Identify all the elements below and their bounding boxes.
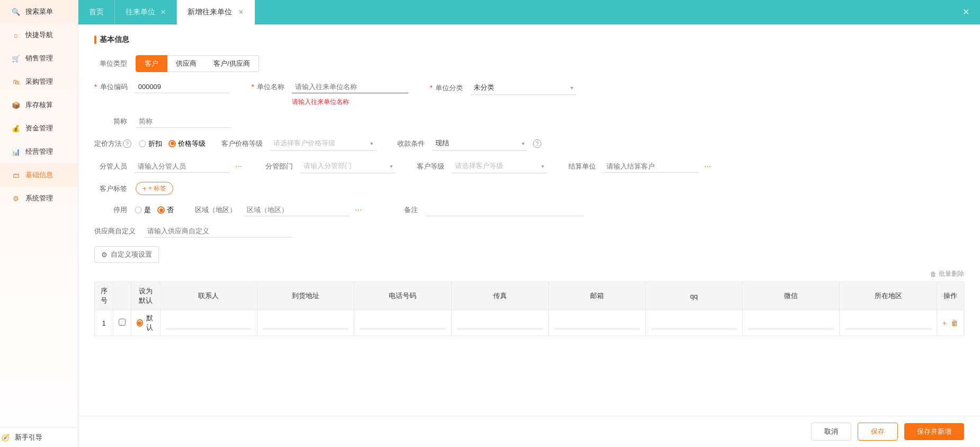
unit-category-select[interactable]: 未分类 ▾ <box>470 81 576 95</box>
disabled-no-radio[interactable] <box>157 206 165 214</box>
cell-seq: 1 <box>95 310 113 336</box>
region-input-cell[interactable] <box>845 317 931 329</box>
sidebar-item-purchase[interactable]: 🛍 采购管理 <box>0 70 78 93</box>
fax-input[interactable] <box>457 317 543 329</box>
sidebar-item-operations[interactable]: 📊 经营管理 <box>0 140 78 163</box>
topbar-close-button[interactable]: ✕ <box>963 7 969 17</box>
region-input[interactable] <box>244 204 350 216</box>
unit-code-name-row: * 单位编码 * 单位名称 请输入往来单位名称 * <box>94 81 964 107</box>
custom-settings-button[interactable]: ⚙ 自定义项设置 <box>94 246 159 263</box>
region-dots-button[interactable]: ··· <box>353 205 364 215</box>
save-new-button[interactable]: 保存并新增 <box>904 423 964 440</box>
save-button[interactable]: 保存 <box>858 423 898 441</box>
database-icon: 🗃 <box>11 170 21 180</box>
disabled-no-option[interactable]: 否 <box>157 205 174 215</box>
disabled-yes-option[interactable]: 是 <box>135 205 151 215</box>
bottom-bar: 取消 保存 保存并新增 <box>78 416 980 447</box>
tab-bar: 首页 往来单位 ✕ 新增往来单位 ✕ ✕ <box>78 0 980 24</box>
sidebar-item-guide[interactable]: 🧭 新手引导 <box>0 427 78 447</box>
unit-code-label: * 单位编码 <box>94 82 132 92</box>
unit-code-field: * 单位编码 <box>94 81 230 93</box>
sidebar-item-quicknav[interactable]: ⌂ 快捷导航 <box>0 23 78 47</box>
customer-level-label: 客户等级 <box>412 162 449 171</box>
customer-level-select[interactable]: 请选择客户等级 ▾ <box>452 159 547 173</box>
add-row-button[interactable]: + <box>942 319 947 327</box>
manager-dots-button[interactable]: ··· <box>233 162 244 171</box>
pricing-help-icon[interactable]: ? <box>123 139 131 148</box>
pricing-discount-radio[interactable] <box>139 140 146 147</box>
abbr-input[interactable] <box>136 115 231 128</box>
default-radio-item[interactable]: 默认 <box>137 313 154 332</box>
unit-code-input[interactable] <box>135 81 230 93</box>
payment-terms-help-icon[interactable]: ? <box>533 139 541 148</box>
disabled-yes-radio[interactable] <box>135 206 142 214</box>
sidebar-item-search[interactable]: 🔍 搜索菜单 <box>0 0 78 23</box>
email-input[interactable] <box>554 317 640 329</box>
pricing-radio-group: 折扣 价格等级 <box>139 139 206 148</box>
notes-input[interactable] <box>425 204 584 216</box>
payment-terms-label: 收款条件 <box>392 139 429 148</box>
cell-checkbox[interactable] <box>113 310 131 336</box>
customer-price-label: 客户价格等级 <box>221 139 267 148</box>
sidebar-item-sales[interactable]: 🛒 销售管理 <box>0 47 78 70</box>
row-checkbox[interactable] <box>119 319 126 326</box>
delete-row-button[interactable]: 🗑 <box>951 319 958 327</box>
tab-new-partner-close[interactable]: ✕ <box>238 8 244 16</box>
qq-input[interactable] <box>651 317 737 329</box>
address-input[interactable] <box>263 317 349 329</box>
cell-fax[interactable] <box>451 310 548 336</box>
cell-region[interactable] <box>840 310 937 336</box>
btn-supplier[interactable]: 供应商 <box>167 55 205 72</box>
pricing-level-option[interactable]: 价格等级 <box>168 139 206 148</box>
tab-home[interactable]: 首页 <box>78 0 115 24</box>
pricing-level-radio[interactable] <box>168 140 176 147</box>
tab-partners-label: 往来单位 <box>126 7 155 17</box>
unit-name-input[interactable] <box>292 81 408 93</box>
sidebar-item-basic[interactable]: 🗃 基础信息 <box>0 163 78 187</box>
tab-new-partner[interactable]: 新增往来单位 ✕ <box>177 0 255 24</box>
section-title-text: 基本信息 <box>100 35 129 45</box>
unit-type-row: 单位类型 客户 供应商 客户/供应商 <box>94 55 964 72</box>
sidebar-item-label: 经营管理 <box>25 147 53 156</box>
abbr-row: 简称 <box>94 115 964 128</box>
payment-terms-value: 现结 <box>435 138 449 148</box>
payment-terms-select[interactable]: 现结 ▾ <box>432 136 528 151</box>
cell-contact[interactable] <box>160 310 257 336</box>
btn-customer[interactable]: 客户 <box>136 55 167 72</box>
default-radio[interactable] <box>137 319 142 327</box>
cell-wechat[interactable] <box>743 310 840 336</box>
settlement-input[interactable] <box>603 160 699 173</box>
add-tag-button[interactable]: + + 标签 <box>136 182 173 195</box>
col-wechat: 微信 <box>743 282 840 310</box>
sidebar-item-inventory[interactable]: 📦 库存核算 <box>0 93 78 117</box>
cell-email[interactable] <box>548 310 645 336</box>
customer-price-arrow-icon: ▾ <box>370 141 373 146</box>
section-title: 基本信息 <box>94 35 964 45</box>
manager-input[interactable] <box>135 160 230 173</box>
cancel-button[interactable]: 取消 <box>811 423 851 441</box>
cell-address[interactable] <box>257 310 354 336</box>
phone-input[interactable] <box>360 317 446 329</box>
department-field: 分管部门 请输入分管部门 ▾ <box>260 159 396 173</box>
payment-terms-field: 收款条件 现结 ▾ ? <box>392 136 541 151</box>
col-seq: 序号 <box>95 282 113 310</box>
disabled-region-row: 停用 是 否 区域（地区） ··· 备注 <box>94 204 964 216</box>
batch-delete-label[interactable]: 批量删除 <box>939 269 964 278</box>
wechat-input[interactable] <box>748 317 834 329</box>
tab-partners[interactable]: 往来单位 ✕ <box>115 0 177 24</box>
cell-phone[interactable] <box>354 310 451 336</box>
cell-qq[interactable] <box>645 310 742 336</box>
sidebar-item-system[interactable]: ⚙ 系统管理 <box>0 187 78 210</box>
supplier-custom-input[interactable] <box>144 225 292 238</box>
unit-category-field: * 单位分类 未分类 ▾ <box>430 81 576 95</box>
unit-name-label: * 单位名称 <box>252 82 289 92</box>
sidebar-item-label: 基础信息 <box>25 170 53 180</box>
pricing-discount-option[interactable]: 折扣 <box>139 139 162 148</box>
settlement-dots-button[interactable]: ··· <box>702 162 713 171</box>
department-select[interactable]: 请输入分管部门 ▾ <box>300 159 396 173</box>
btn-both[interactable]: 客户/供应商 <box>205 55 259 72</box>
customer-price-select[interactable]: 请选择客户价格等级 ▾ <box>270 136 376 151</box>
contact-input[interactable] <box>166 317 252 329</box>
sidebar-item-finance[interactable]: 💰 资金管理 <box>0 117 78 140</box>
tab-partners-close[interactable]: ✕ <box>161 8 166 16</box>
